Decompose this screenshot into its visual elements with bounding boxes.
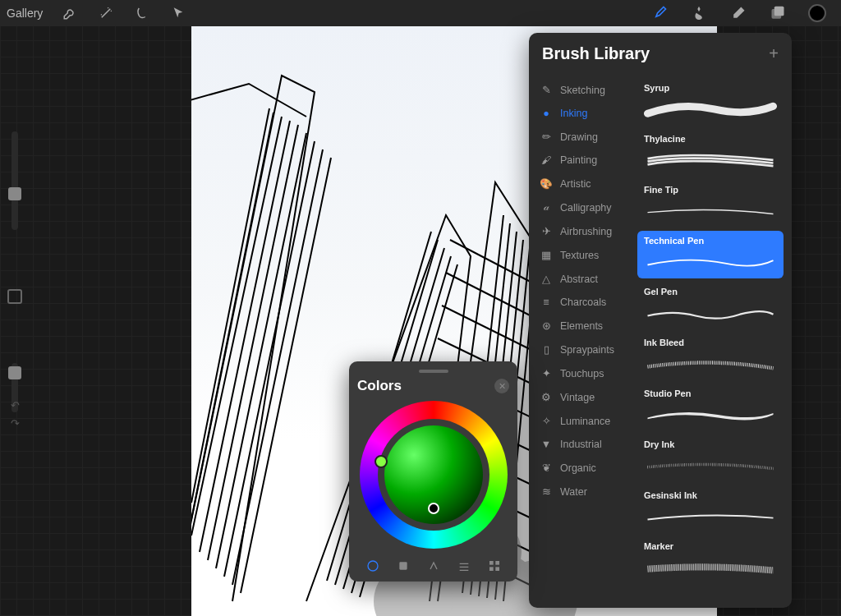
category-calligraphy[interactable]: 𝒶Calligraphy [529, 195, 636, 219]
brush-icon[interactable] [650, 4, 669, 22]
category-label: Textures [560, 250, 599, 261]
svg-rect-9 [399, 562, 407, 569]
brush-preview [644, 553, 777, 581]
svg-rect-10 [489, 561, 494, 565]
brush-list: SyrupThylacineFine TipTechnical PenGel P… [636, 75, 792, 608]
brush-preview [644, 196, 777, 224]
category-label: Elements [560, 320, 603, 332]
color-wheel[interactable] [360, 401, 508, 549]
cursor-icon[interactable] [169, 4, 187, 22]
category-sketching[interactable]: ✎Sketching [529, 78, 636, 102]
category-label: Inking [560, 108, 587, 119]
brush-categories: ✎Sketching●Inking✏Drawing🖌Painting🎨Artis… [529, 75, 636, 608]
svg-point-8 [368, 561, 378, 571]
brush-preview [644, 298, 777, 326]
category-airbrushing[interactable]: ✈Airbrushing [529, 219, 636, 243]
brush-gesinski-ink[interactable]: Gesinski Ink [637, 485, 784, 533]
brush-technical-pen[interactable]: Technical Pen [637, 231, 784, 278]
brush-name-label: Studio Pen [644, 388, 777, 398]
redo-button[interactable]: ↷ [7, 416, 22, 431]
brush-name-label: Technical Pen [644, 236, 777, 246]
brush-library-title: Brush Library [542, 44, 650, 63]
brush-preview [644, 94, 777, 122]
category-artistic[interactable]: 🎨Artistic [529, 172, 636, 195]
classic-mode-icon[interactable] [394, 557, 412, 575]
pencil-icon: ✎ [540, 84, 552, 96]
category-label: Airbrushing [560, 226, 612, 237]
category-label: Organic [560, 462, 596, 474]
category-label: Vintage [560, 392, 595, 403]
category-label: Water [560, 486, 587, 498]
palettes-mode-icon[interactable] [485, 557, 503, 575]
category-charcoals[interactable]: ≡Charcoals [529, 291, 636, 314]
brush-name-label: Gel Pen [644, 287, 777, 297]
category-touchups[interactable]: ✦Touchups [529, 361, 636, 385]
category-vintage[interactable]: ⚙Vintage [529, 385, 636, 409]
brush-dry-ink[interactable]: Dry Ink [637, 434, 784, 482]
category-luminance[interactable]: ✧Luminance [529, 409, 636, 433]
layers-icon[interactable] [769, 4, 787, 22]
brush-syrup[interactable]: Syrup [637, 78, 784, 126]
stamp-icon: ▼ [540, 439, 552, 450]
colors-title: Colors [357, 378, 402, 394]
category-organic[interactable]: ❦Organic [529, 456, 636, 480]
disc-mode-icon[interactable] [364, 557, 382, 575]
brush-name-label: Ink Bleed [644, 338, 777, 347]
brush-library-panel: Brush Library + ✎Sketching●Inking✏Drawin… [529, 33, 792, 608]
undo-button[interactable]: ↶ [7, 398, 22, 413]
brush-preview [644, 145, 777, 173]
brush-name-label: Fine Tip [644, 185, 777, 195]
brush-thylacine[interactable]: Thylacine [637, 129, 784, 177]
brush-ink-bleed[interactable]: Ink Bleed [637, 333, 784, 380]
value-mode-icon[interactable] [455, 557, 473, 575]
top-toolbar: Gallery [0, 0, 841, 26]
add-brush-icon[interactable]: + [769, 44, 779, 63]
harmony-mode-icon[interactable] [425, 557, 443, 575]
category-label: Drawing [560, 131, 598, 143]
eraser-icon[interactable] [729, 4, 747, 22]
brush-icon: 🖌 [540, 154, 552, 166]
svg-rect-1 [774, 7, 784, 16]
sv-cursor[interactable] [428, 503, 439, 514]
gear-icon: ⚙ [540, 391, 552, 403]
drop-icon: ● [540, 108, 552, 119]
bars-icon: ≡ [540, 297, 552, 308]
wand-icon[interactable] [97, 4, 115, 22]
can-icon: ▯ [540, 343, 552, 356]
category-label: Calligraphy [560, 202, 612, 214]
color-swatch-button[interactable] [808, 4, 826, 22]
smudge-icon[interactable] [690, 4, 708, 22]
category-elements[interactable]: ⊛Elements [529, 314, 636, 338]
modify-button[interactable] [7, 289, 22, 304]
category-label: Charcoals [560, 297, 606, 308]
category-water[interactable]: ≋Water [529, 480, 636, 503]
panel-drag-handle[interactable] [419, 370, 448, 373]
category-drawing[interactable]: ✏Drawing [529, 125, 636, 149]
hue-cursor[interactable] [375, 455, 388, 468]
close-icon[interactable]: ✕ [494, 379, 509, 393]
brush-gel-pen[interactable]: Gel Pen [637, 282, 784, 329]
colors-panel[interactable]: Colors ✕ [349, 361, 517, 582]
category-label: Painting [560, 154, 597, 166]
category-industrial[interactable]: ▼Industrial [529, 433, 636, 456]
category-label: Sketching [560, 85, 605, 96]
category-painting[interactable]: 🖌Painting [529, 149, 636, 172]
brush-name-label: Gesinski Ink [644, 490, 777, 500]
category-textures[interactable]: ▦Textures [529, 243, 636, 267]
sparkle-icon: ✧ [540, 415, 552, 427]
grid-icon: ▦ [540, 249, 552, 261]
triangle-icon: △ [540, 273, 552, 285]
category-label: Artistic [560, 178, 591, 190]
category-abstract[interactable]: △Abstract [529, 267, 636, 291]
selection-icon[interactable] [133, 4, 151, 22]
brush-marker[interactable]: Marker [637, 536, 784, 584]
category-inking[interactable]: ●Inking [529, 102, 636, 125]
brush-size-slider[interactable] [11, 131, 18, 230]
category-spraypaints[interactable]: ▯Spraypaints [529, 338, 636, 361]
wrench-icon[interactable] [61, 4, 79, 22]
brush-fine-tip[interactable]: Fine Tip [637, 180, 784, 228]
spray-icon: ✈ [540, 225, 552, 237]
gallery-button[interactable]: Gallery [7, 7, 43, 20]
brush-studio-pen[interactable]: Studio Pen [637, 384, 784, 431]
brush-preview [644, 451, 777, 479]
